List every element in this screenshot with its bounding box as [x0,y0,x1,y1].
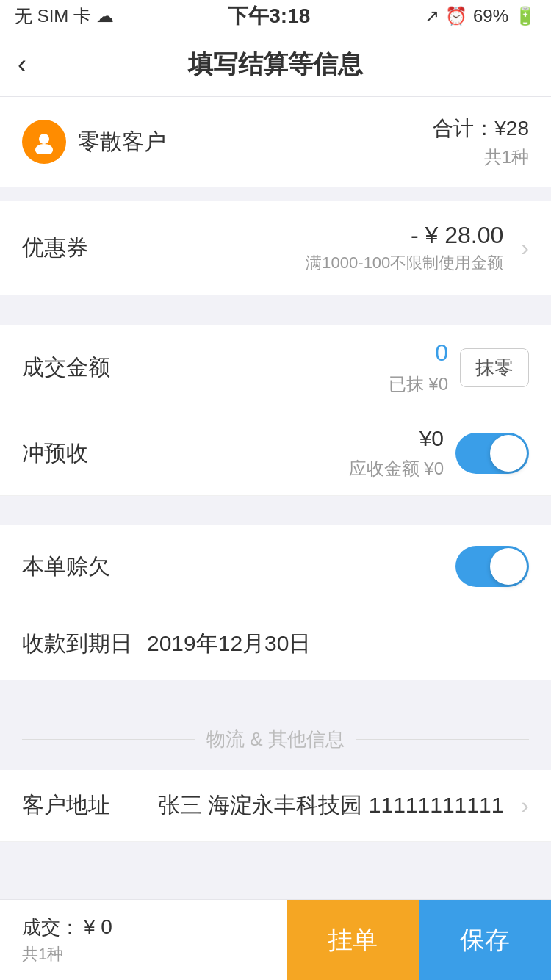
coupon-row[interactable]: 优惠券 - ¥ 28.00 满1000-100不限制使用金额 › [0,201,551,295]
toggle-knob [490,435,527,472]
separator-2 [0,511,551,525]
address-row[interactable]: 客户地址 张三 海淀永丰科技园 11111111111 › [0,770,551,842]
separator-3 [0,694,551,709]
coupon-section: 优惠券 - ¥ 28.00 满1000-100不限制使用金额 › [0,201,551,295]
debt-toggle-knob [490,548,527,585]
due-date-label: 收款到期日 [22,629,132,659]
due-date-value: 2019年12月30日 [147,629,311,659]
customer-name: 零散客户 [78,127,166,157]
content-area: 零散客户 合计：¥28 共1种 优惠券 - ¥ 28.00 满1000-100不… [0,97,551,980]
address-chevron-icon: › [521,792,529,819]
transaction-label: 成交金额 [22,353,110,383]
alarm-icon: ⏰ [445,6,467,26]
avatar [22,120,66,164]
prepayment-right: ¥0 应收金额 ¥0 [349,426,529,480]
svg-point-0 [39,134,49,144]
debt-label: 本单赊欠 [22,552,110,582]
transaction-amount-block: 0 已抹 ¥0 [389,339,448,396]
battery-icon: 🔋 [514,6,536,26]
round-zero-button[interactable]: 抹零 [460,348,529,387]
prepayment-amount: ¥0 [419,426,444,451]
page-title: 填写结算等信息 [188,48,363,82]
bottom-deal-label: 成交： [22,915,79,940]
logistics-line-left [22,739,195,740]
network-status: 无 SIM 卡 ☁ [15,4,114,28]
transaction-section: 成交金额 0 已抹 ¥0 抹零 冲预收 ¥0 应收金额 ¥0 [0,325,551,496]
logistics-line-right [356,739,529,740]
location-icon: ↗ [425,6,439,26]
customer-totals: 合计：¥28 共1种 [433,115,529,169]
customer-item-count: 共1种 [433,145,529,169]
separator-1 [0,310,551,325]
chevron-right-icon: › [521,234,529,262]
transaction-right: 0 已抹 ¥0 抹零 [389,339,529,396]
bottom-bar: 成交： ¥ 0 共1种 挂单 保存 [0,899,551,980]
customer-info: 零散客户 [22,120,166,164]
transaction-sub: 已抹 ¥0 [389,372,448,396]
prepayment-label: 冲预收 [22,439,88,469]
nav-bar: ‹ 填写结算等信息 [0,32,551,97]
address-right: 张三 海淀永丰科技园 11111111111 › [158,790,529,821]
logistics-title: 物流 & 其他信息 [206,727,345,752]
customer-total-amount: 合计：¥28 [433,115,529,143]
back-button[interactable]: ‹ [18,49,26,80]
save-button[interactable]: 保存 [419,900,551,981]
pending-button[interactable]: 挂单 [287,900,419,981]
status-right: ↗ ⏰ 69% 🔋 [425,6,536,26]
bottom-info: 成交： ¥ 0 共1种 [0,915,287,965]
coupon-value-block: - ¥ 28.00 满1000-100不限制使用金额 [306,222,503,274]
coupon-description: 满1000-100不限制使用金额 [306,252,503,274]
prepayment-amount-block: ¥0 应收金额 ¥0 [349,426,444,480]
transaction-amount-row: 成交金额 0 已抹 ¥0 抹零 [0,325,551,411]
transaction-value: 0 [435,339,448,367]
battery-label: 69% [473,6,508,26]
due-date-row: 收款到期日 2019年12月30日 [0,608,551,680]
customer-row: 零散客户 合计：¥28 共1种 [0,97,551,187]
debt-row: 本单赊欠 [0,525,551,608]
address-value: 张三 海淀永丰科技园 11111111111 [158,790,503,821]
status-left: 无 SIM 卡 ☁ [15,4,114,28]
coupon-label: 优惠券 [22,233,88,263]
svg-point-1 [35,144,53,154]
prepayment-toggle[interactable] [455,433,529,474]
bottom-deal-amount: ¥ 0 [84,915,112,939]
address-label: 客户地址 [22,790,110,821]
status-bar: 无 SIM 卡 ☁ 下午3:18 ↗ ⏰ 69% 🔋 [0,0,551,32]
status-time: 下午3:18 [228,2,310,30]
prepayment-sub: 应收金额 ¥0 [349,457,444,480]
coupon-discount: - ¥ 28.00 [306,222,503,249]
coupon-value-area: - ¥ 28.00 满1000-100不限制使用金额 › [306,222,529,274]
debt-section: 本单赊欠 收款到期日 2019年12月30日 [0,525,551,680]
logistics-section: 物流 & 其他信息 客户地址 张三 海淀永丰科技园 11111111111 › [0,709,551,842]
bottom-item-count: 共1种 [22,943,264,965]
prepayment-row: 冲预收 ¥0 应收金额 ¥0 [0,411,551,496]
debt-toggle[interactable] [455,546,529,587]
